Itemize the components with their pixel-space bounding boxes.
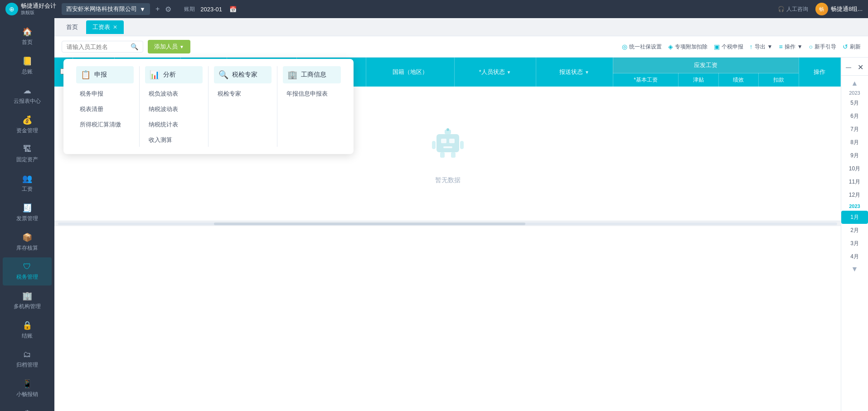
guide-button[interactable]: ○ 新手引导 xyxy=(809,43,836,51)
sidebar-item-inventory[interactable]: 📦 库存核算 xyxy=(3,228,52,256)
sidebar-label-fund: 资金管理 xyxy=(16,127,38,135)
refresh-button[interactable]: ↺ 刷新 xyxy=(843,43,861,51)
th-region: 国籍（地区） xyxy=(366,58,455,87)
empty-icon-svg xyxy=(427,123,468,164)
section-tax-expert-header: 🔍 税检专家 xyxy=(214,66,272,83)
month-8[interactable]: 8月 xyxy=(841,136,868,149)
content-area: 首页 工资表 ✕ 🔍 添加人员 ▼ ◎ 统一社保设置 xyxy=(54,18,868,411)
item-tax-fluctuation[interactable]: 纳税波动表 xyxy=(145,102,203,116)
section-business-info-header: 🏢 工商信息 xyxy=(283,66,341,83)
main-layout: 🏠 首页 📒 总账 ☁ 云报表中心 💰 资金管理 🏗 固定资产 👥 工资 🧾 发… xyxy=(0,18,868,411)
th-performance: 绩效 xyxy=(718,73,758,87)
month-1[interactable]: 1月 xyxy=(841,211,868,224)
settings-icon[interactable]: ⚙ xyxy=(165,5,171,14)
tax-expert-icon: 🔍 xyxy=(218,70,228,80)
refresh-icon: ↺ xyxy=(843,43,848,50)
inventory-icon: 📦 xyxy=(22,232,32,242)
close-panel-icon[interactable]: ✕ xyxy=(856,61,865,73)
sidebar-item-xiaochang[interactable]: 📱 小畅报销 xyxy=(3,374,52,403)
item-tax-table-list[interactable]: 税表清册 xyxy=(76,102,134,116)
minimize-icon[interactable]: — xyxy=(844,63,853,73)
month-4[interactable]: 4月 xyxy=(841,250,868,263)
item-tax-expert[interactable]: 税检专家 xyxy=(214,87,272,101)
section-tax-expert: 🔍 税检专家 税检专家 xyxy=(209,66,277,147)
svg-rect-3 xyxy=(443,146,452,148)
item-tax-burden-fluctuation[interactable]: 税负波动表 xyxy=(145,87,203,101)
svg-rect-2 xyxy=(449,139,455,143)
tab-salary[interactable]: 工资表 ✕ xyxy=(86,20,124,34)
panel-up-icon[interactable]: ▲ xyxy=(849,77,860,89)
month-7[interactable]: 7月 xyxy=(841,123,868,136)
export-label: 导出 xyxy=(755,43,766,51)
tax-return-button[interactable]: ▣ 个税申报 xyxy=(714,43,743,51)
item-income-estimate[interactable]: 收入测算 xyxy=(145,133,203,147)
panel-down-icon[interactable]: ▼ xyxy=(849,263,860,275)
status-filter-icon[interactable]: ▼ xyxy=(507,70,511,75)
month-6[interactable]: 6月 xyxy=(841,110,868,123)
settings-gear-icon: ⚙ xyxy=(24,408,31,411)
panel-top-controls: — ✕ xyxy=(841,59,868,76)
org-icon: 🏢 xyxy=(22,291,32,301)
month-10[interactable]: 10月 xyxy=(841,162,868,175)
month-9[interactable]: 9月 xyxy=(841,149,868,162)
item-tax-declaration[interactable]: 税务申报 xyxy=(76,87,134,101)
operation-arrow-icon: ▼ xyxy=(797,44,803,50)
sidebar-item-basic-settings[interactable]: ⚙ 基础设置 xyxy=(3,404,52,411)
social-security-button[interactable]: ◎ 统一社保设置 xyxy=(622,43,662,51)
sidebar-item-fixed-assets[interactable]: 🏗 固定资产 xyxy=(3,140,52,168)
section-analysis-header: 📊 分析 xyxy=(145,66,203,83)
logo-area: ⊕ 畅捷通好会计 旗舰版 xyxy=(5,2,56,16)
svg-rect-6 xyxy=(432,141,436,149)
dropdown-menu: 📋 申报 税务申报 税表清册 所得税汇算清缴 📊 分析 xyxy=(63,59,354,154)
sidebar-item-cloud-report[interactable]: ☁ 云报表中心 xyxy=(3,81,52,110)
period-value: 2023-01 xyxy=(200,6,222,13)
sidebar-label-multi-org: 多机构管理 xyxy=(14,303,41,310)
support-button[interactable]: 🎧 人工咨询 xyxy=(778,5,808,13)
sidebar-item-ledger[interactable]: 📒 总账 xyxy=(3,52,52,80)
item-annual-report[interactable]: 年报信息申报表 xyxy=(283,87,341,101)
th-salary-group: 应发工资 xyxy=(613,58,799,73)
business-info-icon: 🏢 xyxy=(287,70,297,80)
report-filter-icon[interactable]: ▼ xyxy=(585,70,589,75)
sidebar-item-fund[interactable]: 💰 资金管理 xyxy=(3,111,52,139)
operation-button[interactable]: ≡ 操作 ▼ xyxy=(779,43,802,51)
month-2[interactable]: 2月 xyxy=(841,224,868,237)
search-input[interactable] xyxy=(67,44,128,50)
search-icon: 🔍 xyxy=(131,43,138,50)
export-button[interactable]: ↑ 导出 ▼ xyxy=(750,43,773,51)
tab-home[interactable]: 首页 xyxy=(60,20,84,34)
month-12[interactable]: 12月 xyxy=(841,189,868,202)
salary-icon: 👥 xyxy=(22,174,32,184)
item-tax-statistics[interactable]: 纳税统计表 xyxy=(145,118,203,131)
tab-close-icon[interactable]: ✕ xyxy=(113,24,117,30)
add-company-icon[interactable]: + xyxy=(155,5,160,13)
special-deduction-button[interactable]: ◈ 专项附加扣除 xyxy=(668,43,708,51)
sidebar-item-close-account[interactable]: 🔒 结账 xyxy=(3,316,52,344)
search-wrap: 🔍 xyxy=(62,41,143,53)
sidebar-item-tax[interactable]: 🛡 税务管理 xyxy=(3,257,52,285)
user-area[interactable]: 畅 畅捷通8组... xyxy=(815,3,863,15)
add-person-button[interactable]: 添加人员 ▼ xyxy=(148,40,190,53)
tax-icon: 🛡 xyxy=(23,262,31,271)
month-5[interactable]: 5月 xyxy=(841,97,868,110)
month-11[interactable]: 11月 xyxy=(841,175,868,189)
sidebar-item-invoice[interactable]: 🧾 发票管理 xyxy=(3,198,52,227)
logo-text-wrap: 畅捷通好会计 旗舰版 xyxy=(21,2,56,16)
svg-rect-0 xyxy=(436,134,459,152)
chevron-down-icon: ▼ xyxy=(140,6,145,13)
scroll-thumb[interactable] xyxy=(214,222,526,225)
item-income-tax-settlement[interactable]: 所得税汇算清缴 xyxy=(76,118,134,131)
sidebar-item-archive[interactable]: 🗂 归档管理 xyxy=(3,345,52,373)
sidebar-label-ledger: 总账 xyxy=(22,68,33,76)
sidebar-item-salary[interactable]: 👥 工资 xyxy=(3,169,52,198)
calendar-icon[interactable]: 📅 xyxy=(229,6,237,13)
svg-rect-7 xyxy=(460,141,464,149)
declaration-icon: 📋 xyxy=(81,70,91,80)
avatar: 畅 xyxy=(815,3,828,15)
company-selector[interactable]: 西安虾米网络科技有限公司 ▼ xyxy=(62,3,150,15)
refresh-label: 刷新 xyxy=(850,43,861,51)
sidebar-item-home[interactable]: 🏠 首页 xyxy=(3,22,52,51)
month-3[interactable]: 3月 xyxy=(841,237,868,250)
sidebar-item-multi-org[interactable]: 🏢 多机构管理 xyxy=(3,286,52,315)
operation-icon: ≡ xyxy=(779,43,782,50)
